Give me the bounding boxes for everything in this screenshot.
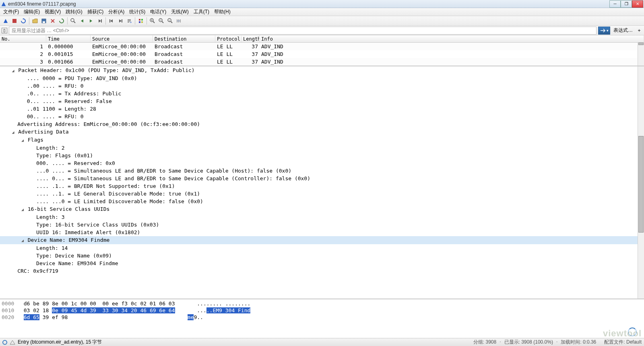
svg-line-21 — [171, 21, 172, 23]
status-load-time: 加载时间: 0:0.36 — [561, 339, 596, 346]
titlebar: em9304 fineme 071117.pcapng ─ ❐ ✕ — [0, 0, 644, 8]
menu-file[interactable]: 文件(F) — [1, 8, 21, 16]
packet-list-scrollbar[interactable] — [638, 43, 644, 66]
svg-line-15 — [153, 21, 155, 23]
svg-rect-2 — [43, 21, 45, 23]
menu-capture[interactable]: 捕获(C) — [85, 8, 106, 16]
packet-row[interactable]: 2 0.001015 EmMicroe_00:00:00 Broadcast L… — [0, 50, 644, 58]
resize-columns-icon[interactable] — [175, 17, 183, 25]
close-file-icon[interactable] — [49, 17, 57, 25]
arrow-right-icon — [600, 29, 607, 33]
details-scrollbar[interactable] — [638, 66, 644, 299]
display-filter-input[interactable] — [9, 27, 597, 35]
tree-toggle-icon[interactable]: ◢ — [21, 206, 25, 213]
menu-wireless[interactable]: 无线(W) — [169, 8, 191, 16]
hex-dump-pane[interactable]: 0000 d6 be 89 8e 00 1c 00 00 00 ee f3 0c… — [0, 299, 644, 338]
menu-analyze[interactable]: 分析(A) — [106, 8, 127, 16]
status-entry-text: Entry (btcommon.eir_ad.entry), 15 字节 — [18, 339, 102, 346]
find-icon[interactable] — [69, 17, 77, 25]
packet-list-header: No. Time Source Destination Protocol Len… — [0, 35, 644, 43]
restart-capture-icon[interactable] — [19, 17, 27, 25]
tree-toggle-icon[interactable]: ◢ — [11, 67, 15, 74]
zoom-reset-icon[interactable]: 1 — [166, 17, 174, 25]
menubar: 文件(F) 编辑(E) 视图(V) 跳转(G) 捕获(C) 分析(A) 统计(S… — [0, 8, 644, 16]
svg-rect-10 — [139, 21, 140, 23]
open-file-icon[interactable] — [31, 17, 39, 25]
column-info[interactable]: Info — [260, 35, 644, 42]
save-file-icon[interactable] — [40, 17, 48, 25]
svg-rect-11 — [141, 21, 143, 23]
app-icon — [1, 1, 6, 7]
column-protocol[interactable]: Protocol — [215, 35, 242, 42]
zoom-in-icon[interactable] — [149, 17, 157, 25]
expression-button[interactable]: 表达式… — [612, 27, 634, 34]
tree-toggle-icon[interactable]: ◢ — [11, 128, 15, 136]
menu-stats[interactable]: 统计(S) — [127, 8, 148, 16]
menu-tools[interactable]: 工具(T) — [191, 8, 212, 16]
zoom-out-icon[interactable] — [157, 17, 165, 25]
svg-rect-0 — [12, 19, 17, 23]
go-forward-icon[interactable] — [87, 17, 95, 25]
column-length[interactable]: Length — [242, 35, 260, 42]
auto-scroll-icon[interactable] — [125, 17, 133, 25]
column-destination[interactable]: Destination — [153, 35, 215, 42]
menu-go[interactable]: 跳转(G) — [63, 8, 85, 16]
menu-view[interactable]: 视图(V) — [42, 8, 63, 16]
status-profile: 配置文件: Default — [604, 339, 642, 346]
menu-telephony[interactable]: 电话(Y) — [148, 8, 169, 16]
apply-filter-button[interactable]: ▾ — [598, 27, 610, 35]
colorize-icon[interactable] — [137, 17, 145, 25]
add-filter-button[interactable]: + — [636, 27, 642, 35]
expert-info-icon[interactable] — [10, 340, 15, 345]
main-toolbar: 1 — [0, 16, 644, 26]
svg-rect-8 — [139, 19, 140, 21]
filter-bar: ▯ ▾ 表达式… + — [0, 26, 644, 35]
selected-detail-row[interactable]: ◢ Device Name: EM9304 Findme — [0, 236, 644, 244]
tree-toggle-icon[interactable]: ◢ — [21, 136, 25, 144]
minimize-button[interactable]: ─ — [609, 0, 621, 8]
go-back-icon[interactable] — [78, 17, 86, 25]
status-displayed: 已显示: 3908 (100.0%) — [504, 339, 553, 346]
stop-capture-icon[interactable] — [10, 17, 19, 25]
svg-line-4 — [74, 21, 75, 23]
packet-list[interactable]: 1 0.000000 EmMicroe_00:00:00 Broadcast L… — [0, 43, 644, 66]
svg-rect-6 — [109, 19, 110, 23]
column-source[interactable]: Source — [91, 35, 153, 42]
menu-help[interactable]: 帮助(H) — [212, 8, 233, 16]
svg-point-3 — [71, 19, 74, 22]
packet-details-pane[interactable]: ◢ Packet Header: 0x1c00 (PDU Type: ADV_I… — [0, 66, 644, 299]
menu-edit[interactable]: 编辑(E) — [21, 8, 42, 16]
svg-rect-5 — [101, 19, 102, 23]
close-button[interactable]: ✕ — [632, 0, 643, 8]
column-no[interactable]: No. — [0, 35, 46, 42]
go-last-icon[interactable] — [116, 17, 124, 25]
reload-icon[interactable] — [58, 17, 66, 25]
maximize-button[interactable]: ❐ — [621, 0, 632, 8]
tree-toggle-icon[interactable]: ◢ — [21, 237, 25, 244]
statusbar: Entry (btcommon.eir_ad.entry), 15 字节 分组:… — [0, 338, 644, 346]
svg-rect-7 — [122, 19, 122, 23]
loading-spinner-icon — [628, 327, 637, 336]
status-indicator-icon — [2, 340, 7, 345]
svg-rect-9 — [141, 19, 143, 21]
column-time[interactable]: Time — [46, 35, 91, 42]
window-title: em9304 fineme 071117.pcapng — [8, 1, 609, 7]
go-first-icon[interactable] — [107, 17, 116, 25]
go-to-icon[interactable] — [96, 17, 104, 25]
svg-line-18 — [162, 21, 163, 23]
packet-row[interactable]: 3 0.001066 EmMicroe_00:00:00 Broadcast L… — [0, 58, 644, 66]
packet-row[interactable]: 1 0.000000 EmMicroe_00:00:00 Broadcast L… — [0, 43, 644, 50]
bookmark-icon[interactable]: ▯ — [2, 28, 7, 33]
status-packets: 分组: 3908 — [473, 339, 496, 346]
start-capture-icon[interactable] — [2, 17, 10, 25]
